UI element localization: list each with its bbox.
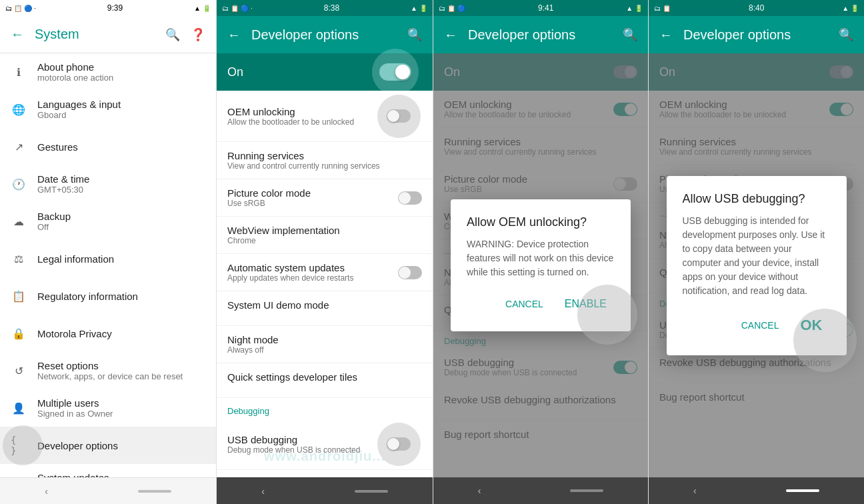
picture-toggle[interactable] (398, 191, 422, 205)
p4-home-pill[interactable] (786, 489, 819, 492)
p4-icons-right: ▲ 🔋 (842, 5, 859, 12)
p2-back-nav[interactable]: ‹ (261, 486, 265, 497)
privacy-icon: 🔒 (11, 325, 27, 341)
home-nav-pill[interactable] (138, 490, 171, 493)
menu-item-languages[interactable]: 🌐 Languages & input Gboard (0, 91, 216, 128)
system-ui-row[interactable]: System UI demo mode (217, 291, 433, 326)
picture-color-row[interactable]: Picture color mode Use sRGB (217, 179, 433, 217)
panel1-header: ← System 🔍 ❓ (0, 16, 216, 53)
menu-item-system-updates[interactable]: 📱 System updates Updated to Android 9 (0, 464, 216, 477)
panel4-header: ← Developer options 🔍 (649, 16, 864, 53)
notification-icon3: 🔵 (24, 5, 32, 12)
webview-row[interactable]: WebView implementation Chrome (217, 217, 433, 254)
p3-search[interactable]: 🔍 (623, 27, 637, 42)
auto-label: Automatic system updates (227, 262, 353, 273)
languages-sublabel: Gboard (37, 110, 121, 120)
menu-item-backup[interactable]: ☁ Backup Off (0, 203, 216, 240)
p2-home-pill[interactable] (355, 490, 388, 493)
status-icons-right: ▲ 🔋 (194, 5, 211, 12)
panel3-title: Developer options (468, 27, 612, 43)
notification-icon2: 📋 (14, 5, 22, 12)
panel1-title: System (35, 27, 155, 42)
panel3-status-bar: 🗂📋🔵 9:41 ▲ 🔋 (433, 0, 648, 16)
p3-back[interactable]: ← (444, 27, 457, 43)
menu-item-regulatory[interactable]: 📋 Regulatory information (0, 277, 216, 315)
battery-icon: 🔋 (203, 5, 211, 12)
panel2-status-bar: 🗂 📋 🔵 · 8:38 ▲ 🔋 (217, 0, 433, 16)
on-toggle-area[interactable] (369, 53, 422, 91)
night-sublabel: Always off (227, 345, 422, 355)
usb-toggle-area[interactable] (375, 427, 422, 461)
p3-icons-left: 🗂📋🔵 (439, 5, 465, 12)
gestures-icon: ↗ (11, 139, 27, 155)
oem-cancel-btn[interactable]: Cancel (497, 293, 551, 315)
users-icon: 👤 (11, 400, 27, 416)
picture-label: Picture color mode (227, 187, 311, 199)
back-nav-btn[interactable]: ‹ (45, 486, 48, 497)
legal-icon: ⚖ (11, 251, 27, 267)
users-label: Multiple users (37, 397, 113, 409)
oem-toggle[interactable] (387, 109, 411, 123)
quick-settings-row[interactable]: Quick settings developer tiles (217, 363, 433, 398)
p3-home-pill[interactable] (570, 489, 603, 492)
about-icon: ℹ (11, 64, 27, 80)
reset-icon: ↺ (11, 363, 27, 379)
menu-item-legal[interactable]: ⚖ Legal information (0, 240, 216, 277)
panel2: 🗂 📋 🔵 · 8:38 ▲ 🔋 ← Developer options 🔍 O… (217, 0, 433, 504)
auto-toggle[interactable] (398, 266, 422, 279)
dev-on-row: On (217, 53, 433, 91)
panel2-content: OEM unlocking Allow the bootloader to be… (217, 91, 433, 477)
p2-notif3: 🔵 (241, 5, 249, 12)
backup-icon: ☁ (11, 213, 27, 229)
running-services-row[interactable]: Running services View and control curren… (217, 142, 433, 179)
panel3: 🗂📋🔵 9:41 ▲ 🔋 ← Developer options 🔍 On OE… (433, 0, 649, 504)
on-toggle[interactable] (379, 63, 411, 81)
panel4-title: Developer options (683, 27, 828, 43)
back-icon[interactable]: ← (11, 27, 24, 42)
usb-label: USB debugging (227, 434, 360, 445)
panel3-header: ← Developer options 🔍 (433, 16, 648, 53)
regulatory-label: Regulatory information (37, 291, 138, 302)
p2-battery-icon: 🔋 (419, 5, 427, 12)
privacy-label: Motorola Privacy (37, 328, 112, 339)
oem-thumb (387, 110, 399, 122)
p3-back-nav[interactable]: ‹ (478, 485, 481, 496)
panel1-content: ℹ About phone motorola one action 🌐 Lang… (0, 53, 216, 477)
auto-updates-row[interactable]: Automatic system updates Apply updates w… (217, 254, 433, 291)
search-icon[interactable]: 🔍 (165, 27, 180, 42)
menu-item-gestures[interactable]: ↗ Gestures (0, 128, 216, 165)
menu-item-reset[interactable]: ↺ Reset options Network, apps, or device… (0, 352, 216, 389)
picture-sublabel: Use sRGB (227, 199, 311, 208)
menu-item-motorola-privacy[interactable]: 🔒 Motorola Privacy (0, 315, 216, 352)
p4-time: 8:40 (749, 3, 764, 13)
p2-back-icon[interactable]: ← (227, 27, 241, 43)
help-icon[interactable]: ❓ (191, 27, 205, 42)
usb-toggle[interactable] (387, 437, 411, 451)
about-label: About phone (37, 61, 113, 73)
menu-item-users[interactable]: 👤 Multiple users Signed in as Owner (0, 389, 216, 427)
panel1: 🗂 📋 🔵 · 9:39 ▲ 🔋 ← System 🔍 ❓ ℹ About ph… (0, 0, 217, 504)
panel2-title: Developer options (251, 27, 397, 43)
oem-dialog-body: WARNING: Device protection features will… (467, 237, 615, 279)
systemui-label: System UI demo mode (227, 299, 422, 311)
menu-item-about-phone[interactable]: ℹ About phone motorola one action (0, 53, 216, 91)
oem-unlocking-row[interactable]: OEM unlocking Allow the bootloader to be… (217, 91, 433, 142)
wifi-icon: ▲ (194, 5, 201, 12)
night-mode-row[interactable]: Night mode Always off (217, 326, 433, 363)
usb-cancel-btn[interactable]: Cancel (733, 315, 787, 336)
menu-item-datetime[interactable]: 🕐 Date & time GMT+05:30 (0, 165, 216, 203)
oem-toggle-area[interactable] (375, 99, 422, 133)
menu-item-developer[interactable]: { } Developer options (0, 427, 216, 464)
p4-back-nav[interactable]: ‹ (693, 485, 697, 496)
revoke-usb-row[interactable]: Revoke USB debugging authorizations (217, 470, 433, 477)
p2-search-icon[interactable]: 🔍 (407, 27, 422, 42)
webview-label: WebView implementation (227, 225, 422, 236)
usb-dialog: Allow USB debugging? USB debugging is in… (667, 176, 847, 355)
running-label: Running services (227, 150, 422, 161)
usb-debugging-row[interactable]: USB debugging Debug mode when USB is con… (217, 419, 433, 470)
p4-back[interactable]: ← (659, 27, 673, 43)
backup-label: Backup (37, 211, 71, 222)
p4-search[interactable]: 🔍 (839, 27, 853, 42)
gestures-label: Gestures (37, 141, 78, 153)
p4-icons-left: 🗂📋 (654, 5, 671, 12)
